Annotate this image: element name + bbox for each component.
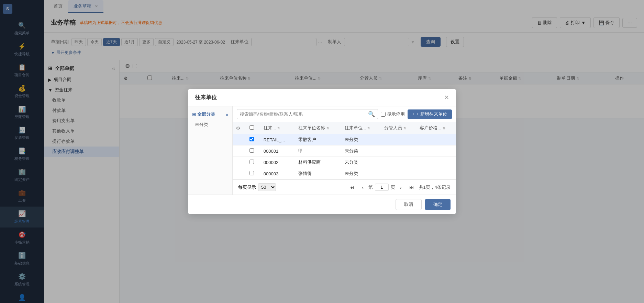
row-checkbox[interactable]: [249, 160, 254, 164]
modal-footer: 每页显示 50 100 ⏮ ‹ 第 页 › ⏭ 共1页: [233, 179, 456, 195]
page-next-button[interactable]: ›: [397, 184, 404, 191]
row-checkbox[interactable]: [249, 148, 254, 153]
per-page-select[interactable]: 50 100: [258, 183, 276, 191]
row-name-cell: 零散客户: [295, 134, 341, 145]
collapse-icon: «: [226, 112, 228, 117]
modal-col-price: 客户价格... ⇅: [416, 122, 456, 134]
row-checkbox[interactable]: [249, 171, 254, 175]
modal-table-wrap: ⚙ 往来... ⇅ 往来单位名称 ⇅ 往来单位... ⇅ 分管人员 ⇅ 客户价格…: [233, 122, 456, 179]
row-manager-cell: [381, 134, 416, 145]
modal-uncategorized[interactable]: 未分类: [188, 119, 232, 130]
row-settings-cell: [233, 134, 246, 145]
row-price-cell: [416, 145, 456, 157]
modal-col-settings: ⚙: [233, 122, 246, 134]
modal-header: 往来单位 ✕: [188, 89, 456, 106]
row-checkbox[interactable]: [249, 137, 254, 141]
modal-table-row[interactable]: 000003 张婧得 未分类: [233, 168, 456, 179]
row-category-cell: 未分类: [341, 168, 381, 179]
pagination: ⏮ ‹ 第 页 › ⏭ 共1页，4条记录: [347, 184, 451, 191]
row-category-cell: 未分类: [341, 134, 381, 145]
modal-search-box: 🔍: [237, 109, 378, 119]
modal-col-name: 往来单位名称 ⇅: [295, 122, 341, 134]
modal-col-checkbox: [246, 122, 260, 134]
modal-body: ⊞ 全部分类 « 未分类 🔍 显示停用: [188, 106, 456, 195]
modal-overlay: 往来单位 ✕ ⊞ 全部分类 « 未分类: [0, 0, 644, 303]
modal-right-panel: 🔍 显示停用 + + 新增往来单位: [233, 106, 456, 195]
page-first-button[interactable]: ⏮: [347, 184, 357, 191]
modal-table: ⚙ 往来... ⇅ 往来单位名称 ⇅ 往来单位... ⇅ 分管人员 ⇅ 客户价格…: [233, 122, 456, 179]
total-records: 共1页，4条记录: [419, 184, 451, 190]
add-partner-button[interactable]: + + 新增往来单位: [408, 109, 452, 119]
modal-select-all[interactable]: [249, 125, 254, 130]
modal-actions: 取消 确定: [188, 195, 456, 214]
row-price-cell: [416, 134, 456, 145]
modal-col-category: 往来单位... ⇅: [341, 122, 381, 134]
row-name-cell: 材料供应商: [295, 157, 341, 168]
row-checkbox-cell: [246, 168, 260, 179]
modal-search-input[interactable]: [240, 112, 368, 117]
modal-left-panel: ⊞ 全部分类 « 未分类: [188, 106, 233, 195]
modal-col-manager: 分管人员 ⇅: [381, 122, 416, 134]
row-checkbox-cell: [246, 145, 260, 157]
plus-icon: +: [412, 112, 415, 117]
row-price-cell: [416, 157, 456, 168]
modal-col-code: 往来... ⇅: [260, 122, 295, 134]
row-price-cell: [416, 168, 456, 179]
show-disabled-checkbox[interactable]: [381, 112, 386, 117]
row-category-cell: 未分类: [341, 157, 381, 168]
modal-title: 往来单位: [195, 94, 217, 101]
modal-toolbar: 🔍 显示停用 + + 新增往来单位: [233, 106, 456, 122]
row-code-cell: RETAIL_...: [260, 134, 295, 145]
row-name-cell: 张婧得: [295, 168, 341, 179]
row-settings-cell: [233, 145, 246, 157]
row-manager-cell: [381, 157, 416, 168]
show-disabled-label: 显示停用: [381, 111, 405, 117]
modal-all-categories[interactable]: ⊞ 全部分类 «: [188, 109, 232, 119]
search-icon: 🔍: [368, 111, 375, 117]
page-prev-button[interactable]: ‹: [359, 184, 366, 191]
modal: 往来单位 ✕ ⊞ 全部分类 « 未分类: [188, 89, 456, 214]
row-settings-cell: [233, 157, 246, 168]
row-name-cell: 甲: [295, 145, 341, 157]
cancel-button[interactable]: 取消: [396, 199, 422, 210]
row-manager-cell: [381, 168, 416, 179]
row-checkbox-cell: [246, 134, 260, 145]
row-checkbox-cell: [246, 157, 260, 168]
row-code-cell: 000001: [260, 145, 295, 157]
modal-table-row[interactable]: RETAIL_... 零散客户 未分类: [233, 134, 456, 145]
modal-table-row[interactable]: 000002 材料供应商 未分类: [233, 157, 456, 168]
grid-icon: ⊞: [192, 112, 196, 117]
modal-close-button[interactable]: ✕: [444, 94, 449, 101]
confirm-button[interactable]: 确定: [425, 199, 451, 210]
row-code-cell: 000002: [260, 157, 295, 168]
page-input[interactable]: [375, 184, 389, 191]
modal-table-row[interactable]: 000001 甲 未分类: [233, 145, 456, 157]
row-settings-cell: [233, 168, 246, 179]
page-last-button[interactable]: ⏭: [407, 184, 417, 191]
row-manager-cell: [381, 145, 416, 157]
row-category-cell: 未分类: [341, 145, 381, 157]
per-page-area: 每页显示 50 100: [238, 183, 276, 191]
row-code-cell: 000003: [260, 168, 295, 179]
